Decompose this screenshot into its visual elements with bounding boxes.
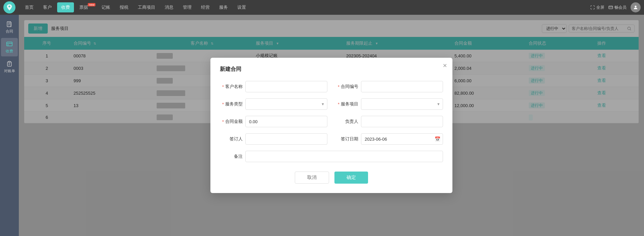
- label-sign-date: 签订日期: [335, 136, 358, 142]
- nav-invoice[interactable]: 票据 new: [75, 2, 96, 12]
- input-signer[interactable]: [245, 133, 327, 145]
- field-customer-name: * 客户名称: [220, 81, 327, 92]
- modal-actions: 取消 确定: [220, 172, 443, 184]
- nav-tax[interactable]: 报税: [116, 2, 132, 12]
- field-service-item: * 服务项目 ▼: [335, 98, 443, 110]
- top-nav-right: 全屏 畅会员: [590, 2, 641, 12]
- field-sign-date: 签订日期 📅: [335, 133, 443, 145]
- svg-rect-1: [609, 6, 613, 9]
- sidebar-item-contract[interactable]: 合同: [1, 18, 18, 37]
- sidebar: 合同 收费 对账单: [0, 15, 19, 236]
- new-contract-modal: ✕ 新建合同 * 客户名称: [210, 58, 452, 193]
- field-remark: 备注: [220, 151, 443, 162]
- confirm-button[interactable]: 确定: [334, 172, 368, 184]
- nav-business[interactable]: 工商项目: [134, 2, 159, 12]
- svg-rect-3: [7, 22, 11, 27]
- select-service-item[interactable]: [361, 98, 443, 110]
- label-service-item: * 服务项目: [335, 101, 358, 107]
- nav-billing[interactable]: 收费: [57, 2, 74, 12]
- member-button[interactable]: 畅会员: [608, 5, 627, 10]
- field-responsible: 负责人: [335, 116, 443, 127]
- select-wrap-service-type: ▼: [245, 98, 327, 110]
- label-customer-name: * 客户名称: [220, 84, 243, 90]
- nav-operation[interactable]: 经营: [197, 2, 214, 12]
- svg-point-5: [8, 45, 8, 45]
- label-contract-amount: * 合同金额: [220, 119, 243, 125]
- sidebar-label-contract: 合同: [6, 29, 13, 34]
- modal-overlay: ✕ 新建合同 * 客户名称: [19, 15, 644, 236]
- nav-customer[interactable]: 客户: [39, 2, 56, 12]
- nav-message[interactable]: 消息: [161, 2, 177, 12]
- sidebar-item-payment[interactable]: 收费: [1, 38, 18, 56]
- input-customer-name[interactable]: [245, 81, 327, 92]
- input-contract-amount[interactable]: [245, 116, 327, 127]
- select-service-type[interactable]: [245, 98, 327, 110]
- fullscreen-button[interactable]: 全屏: [590, 5, 604, 10]
- date-wrap-sign-date: 📅: [361, 133, 443, 145]
- input-contract-no[interactable]: [361, 81, 443, 92]
- top-navigation: 首页 客户 收费 票据 new 记账 报税 工商项目 消息 管理 经营 服务 设…: [0, 0, 644, 15]
- label-service-type: * 服务类型: [220, 101, 243, 107]
- nav-manage[interactable]: 管理: [179, 2, 196, 12]
- label-remark: 备注: [220, 153, 243, 159]
- svg-rect-6: [9, 61, 10, 62]
- sidebar-label-payment: 收费: [6, 49, 13, 54]
- nav-bookkeeping[interactable]: 记账: [97, 2, 114, 12]
- modal-title: 新建合同: [220, 66, 443, 73]
- modal-close-button[interactable]: ✕: [443, 62, 447, 69]
- select-wrap-service-item: ▼: [361, 98, 443, 110]
- label-responsible: 负责人: [335, 119, 358, 125]
- nav-settings[interactable]: 设置: [233, 2, 250, 12]
- svg-point-0: [8, 6, 10, 8]
- main-layout: 合同 收费 对账单 新增 服务项目: [0, 15, 644, 236]
- input-sign-date[interactable]: [361, 133, 443, 145]
- app-logo[interactable]: [3, 1, 15, 13]
- field-contract-amount: * 合同金额: [220, 116, 327, 127]
- user-avatar[interactable]: [631, 2, 641, 12]
- nav-menu: 首页 客户 收费 票据 new 记账 报税 工商项目 消息 管理 经营 服务 设…: [21, 2, 590, 12]
- label-signer: 签订人: [220, 136, 243, 142]
- field-contract-no: * 合同编号: [335, 81, 443, 92]
- svg-rect-4: [7, 42, 12, 46]
- sidebar-item-statement[interactable]: 对账单: [1, 58, 18, 76]
- nav-home[interactable]: 首页: [21, 2, 38, 12]
- new-badge: new: [88, 3, 95, 6]
- sidebar-label-statement: 对账单: [4, 68, 15, 74]
- nav-service[interactable]: 服务: [215, 2, 232, 12]
- content-area: 新增 服务项目 进行中 已完成 已终止: [19, 15, 644, 236]
- field-service-type: * 服务类型 ▼: [220, 98, 327, 110]
- input-remark[interactable]: [245, 151, 443, 162]
- label-contract-no: * 合同编号: [335, 84, 358, 90]
- svg-point-2: [635, 6, 636, 7]
- cancel-button[interactable]: 取消: [295, 172, 329, 184]
- input-responsible[interactable]: [361, 116, 443, 127]
- field-signer: 签订人: [220, 133, 327, 145]
